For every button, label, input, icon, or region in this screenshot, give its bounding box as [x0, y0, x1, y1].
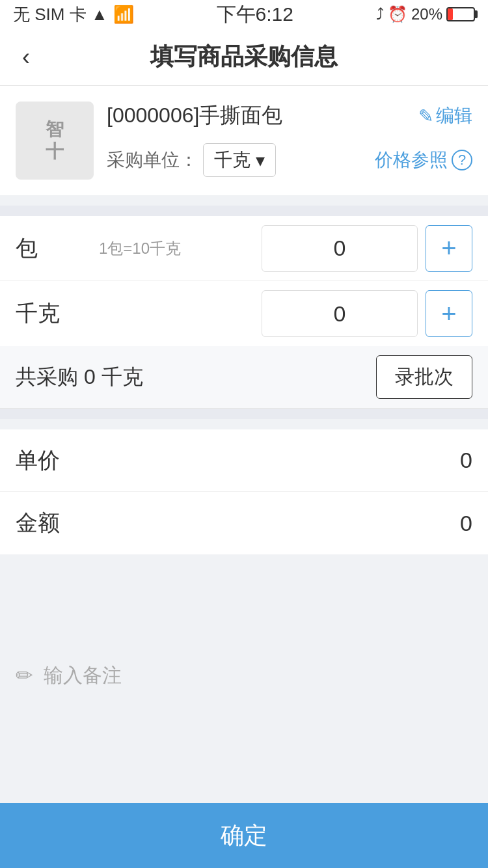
- section-divider-1: [0, 206, 488, 216]
- bao-plus-button[interactable]: +: [426, 225, 472, 272]
- dropdown-arrow-icon: ▾: [256, 150, 265, 171]
- unit-dropdown[interactable]: 千克 ▾: [203, 143, 276, 177]
- bao-input[interactable]: 0: [262, 225, 418, 272]
- battery-icon: [446, 7, 475, 21]
- status-left: 无 SIM 卡 ▲ 📶: [13, 3, 134, 26]
- product-name: [0000006]手撕面包: [107, 102, 282, 130]
- page-title: 填写商品采购信息: [150, 41, 338, 73]
- back-button[interactable]: ‹: [16, 37, 36, 77]
- edit-button[interactable]: ✎ 编辑: [418, 103, 472, 128]
- product-info: [0000006]手撕面包 ✎ 编辑 采购单位： 千克 ▾ 价格参照 ?: [107, 102, 472, 177]
- product-name-row: [0000006]手撕面包 ✎ 编辑: [107, 102, 472, 130]
- product-image: 智 十: [16, 102, 94, 180]
- unit-label: 采购单位：: [107, 148, 198, 172]
- kilogram-plus-button[interactable]: +: [426, 290, 472, 337]
- bao-label: 包: [16, 234, 94, 264]
- location-icon: ⤴: [376, 5, 384, 23]
- confirm-button[interactable]: 确定: [0, 803, 488, 868]
- info-icon: ?: [452, 150, 472, 170]
- bao-sub-label: 1包=10千克: [99, 238, 181, 259]
- price-ref-button[interactable]: 价格参照 ?: [375, 148, 472, 172]
- pencil-icon: ✏: [16, 663, 33, 688]
- price-info-section: 单价 0 金额 0: [0, 429, 488, 554]
- edit-icon: ✎: [418, 105, 433, 127]
- record-batch-button[interactable]: 录批次: [376, 355, 472, 399]
- remark-section[interactable]: ✏ 输入备注: [0, 565, 488, 786]
- unit-price-row: 单价 0: [0, 429, 488, 492]
- status-bar: 无 SIM 卡 ▲ 📶 下午6:12 ⤴ ⏰ 20%: [0, 0, 488, 29]
- alarm-icon: ⏰: [388, 5, 407, 23]
- status-time: 下午6:12: [217, 1, 293, 28]
- sim-label: 无 SIM 卡 ▲: [13, 3, 108, 26]
- unit-price-value: 0: [460, 448, 472, 473]
- unit-price-label: 单价: [16, 446, 60, 476]
- amount-value: 0: [460, 511, 472, 536]
- kilogram-input[interactable]: 0: [262, 290, 418, 337]
- product-card: 智 十 [0000006]手撕面包 ✎ 编辑 采购单位： 千克 ▾ 价格参照: [0, 86, 488, 195]
- bao-row: 包 1包=10千克 0 +: [0, 216, 488, 281]
- input-section: 包 1包=10千克 0 + 千克 0 +: [0, 216, 488, 346]
- total-label: 共采购 0 千克: [16, 363, 143, 392]
- product-logo: 智 十: [46, 118, 64, 162]
- remark-placeholder: 输入备注: [44, 662, 122, 689]
- section-divider-2: [0, 409, 488, 419]
- status-right: ⤴ ⏰ 20%: [376, 5, 475, 23]
- kilogram-row: 千克 0 +: [0, 281, 488, 346]
- purchase-unit-row: 采购单位： 千克 ▾ 价格参照 ?: [107, 143, 472, 177]
- nav-bar: ‹ 填写商品采购信息: [0, 29, 488, 86]
- wifi-icon: 📶: [113, 5, 134, 25]
- battery-percent: 20%: [411, 5, 442, 23]
- total-row: 共采购 0 千克 录批次: [0, 346, 488, 409]
- amount-label: 金额: [16, 508, 60, 538]
- kilogram-label: 千克: [16, 299, 94, 329]
- amount-row: 金额 0: [0, 492, 488, 554]
